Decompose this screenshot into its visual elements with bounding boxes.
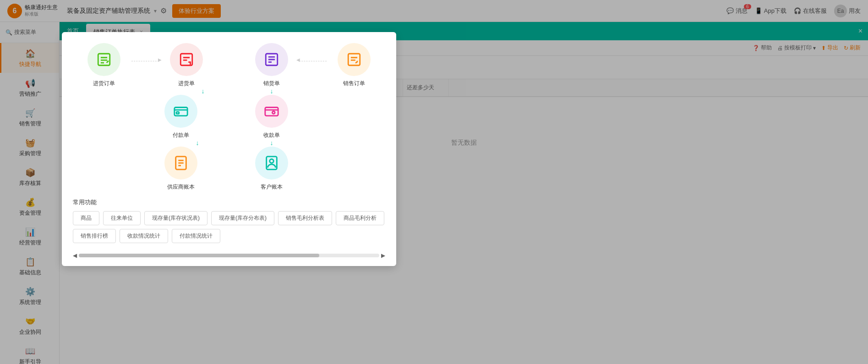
- flow-node-sales-bill[interactable]: 销货单: [244, 43, 299, 87]
- modal-scrollbar-area: ◀ ▶: [62, 249, 396, 261]
- supplier-book-label: 供应商账本: [167, 183, 195, 191]
- modal-overlay: 进货订单 ▶ 进货单: [0, 0, 868, 364]
- common-btn-contact[interactable]: 往来单位: [103, 211, 141, 225]
- common-functions-title: 常用功能: [73, 198, 385, 206]
- scroll-right-icon[interactable]: ▶: [381, 252, 385, 259]
- common-btn-product-profit[interactable]: 商品毛利分析: [336, 211, 384, 225]
- flow-node-supplier-book[interactable]: 供应商账本: [159, 147, 214, 191]
- sales-bill-icon: [255, 43, 288, 76]
- common-btn-inventory-status[interactable]: 现存量(库存状况表): [144, 211, 207, 225]
- customer-book-label: 客户账本: [261, 183, 283, 191]
- purchase-bill-label: 进货单: [178, 80, 195, 87]
- purchase-order-icon: [87, 43, 120, 76]
- flow-node-purchase-order[interactable]: 进货订单: [76, 43, 131, 87]
- scroll-left-icon[interactable]: ◀: [73, 252, 77, 259]
- purchase-bill-icon: [170, 43, 203, 76]
- flow-node-purchase-bill[interactable]: 进货单: [159, 43, 214, 87]
- common-btn-payment-stats[interactable]: 付款情况统计: [172, 229, 220, 243]
- svg-rect-16: [176, 112, 179, 114]
- purchase-order-label: 进货订单: [93, 80, 115, 87]
- common-btn-product[interactable]: 商品: [73, 211, 99, 225]
- common-functions-section: 常用功能 商品 往来单位 现存量(库存状况表) 现存量(库存分布表) 销售毛利分…: [62, 198, 396, 249]
- flow-node-customer-book[interactable]: 客户账本: [244, 147, 299, 191]
- svg-point-19: [272, 111, 275, 114]
- flow-node-sales-order[interactable]: 销售订单: [327, 43, 382, 87]
- payment-in-label: 收款单: [263, 131, 280, 139]
- common-btn-collection-stats[interactable]: 收款情况统计: [120, 229, 168, 243]
- common-btn-sales-profit[interactable]: 销售毛利分析表: [278, 211, 332, 225]
- scrollbar-container: ◀ ▶: [73, 252, 385, 259]
- payment-in-icon: [255, 95, 288, 128]
- scrollbar-track[interactable]: [79, 254, 379, 257]
- svg-rect-17: [265, 108, 278, 116]
- quick-nav-modal: 进货订单 ▶ 进货单: [62, 32, 396, 266]
- common-buttons-row2: 销售排行榜 收款情况统计 付款情况统计: [73, 229, 385, 243]
- payment-out-icon: [164, 95, 197, 128]
- sales-bill-label: 销货单: [263, 80, 280, 87]
- sales-order-label: 销售订单: [343, 80, 365, 87]
- customer-book-icon: [255, 147, 288, 179]
- common-buttons-row: 商品 往来单位 现存量(库存状况表) 现存量(库存分布表) 销售毛利分析表 商品…: [73, 211, 385, 225]
- supplier-book-icon: [164, 147, 197, 179]
- sales-order-icon: [338, 43, 371, 76]
- scrollbar-thumb[interactable]: [79, 254, 319, 257]
- svg-point-25: [270, 159, 274, 163]
- payment-out-label: 付款单: [173, 131, 189, 139]
- flow-node-payment-out[interactable]: 付款单: [159, 95, 214, 139]
- flow-node-payment-in[interactable]: 收款单: [244, 95, 299, 139]
- common-btn-sales-rank[interactable]: 销售排行榜: [73, 229, 116, 243]
- common-btn-inventory-dist[interactable]: 现存量(库存分布表): [211, 211, 274, 225]
- flow-diagram: 进货订单 ▶ 进货单: [62, 32, 396, 198]
